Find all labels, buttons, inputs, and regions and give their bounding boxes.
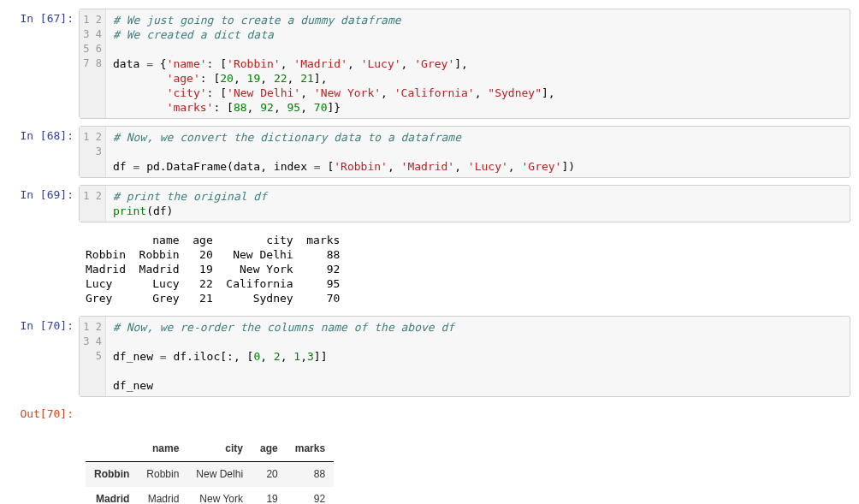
- code-input-69[interactable]: 1 2 # print the original df print(df): [79, 185, 850, 222]
- cell-70: In [70]: 1 2 3 4 5 # Now, we re-order th…: [9, 316, 850, 397]
- df-cell: New Delhi: [187, 462, 252, 488]
- line-gutter: 1 2 3 4 5: [80, 317, 106, 396]
- code-input-70[interactable]: 1 2 3 4 5 # Now, we re-order the columns…: [79, 316, 850, 397]
- df-cell: 19: [252, 487, 287, 504]
- df-cell: Madrid: [138, 487, 187, 504]
- in-prompt-69: In [69]:: [9, 185, 79, 201]
- cell-68: In [68]: 1 2 3 # Now, we convert the dic…: [9, 126, 850, 178]
- df-col: city: [187, 436, 252, 462]
- code-input-67[interactable]: 1 2 3 4 5 6 7 8 # We just going to creat…: [79, 9, 850, 119]
- df-corner: [86, 436, 138, 462]
- in-prompt-67: In [67]:: [9, 9, 79, 25]
- code-body[interactable]: # Now, we re-order the columns name of t…: [106, 317, 850, 396]
- dataframe-output-70: name city age marks Robbin Robbin New De…: [79, 404, 850, 504]
- df-cell: Robbin: [138, 462, 187, 488]
- cell-69-output: name age city marks Robbin Robbin 20 New…: [9, 229, 850, 309]
- df-cell: New York: [187, 487, 252, 504]
- empty-prompt: [9, 229, 79, 233]
- df-cell: 88: [287, 462, 334, 488]
- df-cell: 92: [287, 487, 334, 504]
- df-col: age: [252, 436, 287, 462]
- dataframe-table: name city age marks Robbin Robbin New De…: [86, 436, 334, 504]
- in-prompt-70: In [70]:: [9, 316, 79, 332]
- in-prompt-68: In [68]:: [9, 126, 79, 142]
- line-gutter: 1 2: [80, 186, 106, 222]
- code-input-68[interactable]: 1 2 3 # Now, we convert the dictionary d…: [79, 126, 850, 178]
- line-gutter: 1 2 3 4 5 6 7 8: [80, 9, 106, 118]
- out-prompt-70: Out[70]:: [9, 404, 79, 420]
- code-body[interactable]: # print the original df print(df): [106, 186, 850, 222]
- df-index: Madrid: [86, 487, 138, 504]
- table-row: Madrid Madrid New York 19 92: [86, 487, 334, 504]
- cell-67: In [67]: 1 2 3 4 5 6 7 8 # We just going…: [9, 9, 850, 119]
- df-col: name: [138, 436, 187, 462]
- stdout-69: name age city marks Robbin Robbin 20 New…: [79, 229, 850, 309]
- cell-69: In [69]: 1 2 # print the original df pri…: [9, 185, 850, 222]
- cell-70-output: Out[70]: name city age marks Robbin Robb…: [9, 404, 850, 504]
- code-body[interactable]: # We just going to create a dummy datafr…: [106, 9, 850, 118]
- df-col: marks: [287, 436, 334, 462]
- code-body[interactable]: # Now, we convert the dictionary data to…: [106, 127, 850, 177]
- df-index: Robbin: [86, 462, 138, 488]
- df-cell: 20: [252, 462, 287, 488]
- table-row: Robbin Robbin New Delhi 20 88: [86, 462, 334, 488]
- line-gutter: 1 2 3: [80, 127, 106, 177]
